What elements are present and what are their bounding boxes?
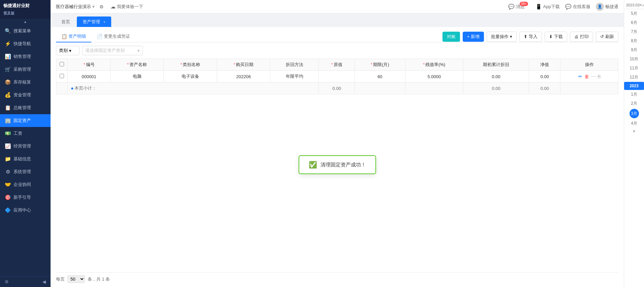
sidebar-item-工资[interactable]: 💵工资	[0, 127, 51, 140]
row-checkbox-0[interactable]	[60, 74, 64, 78]
sidebar-item-总账管理[interactable]: 📋总账管理	[0, 101, 51, 114]
sidebar-label-10: 基础信息	[13, 156, 31, 162]
tab-home[interactable]: 首页	[56, 17, 75, 27]
topbar-settings-icon[interactable]: ⚙	[99, 4, 104, 9]
sidebar-item-搜索菜单[interactable]: 🔍搜索菜单	[0, 25, 51, 37]
download-button[interactable]: ⬇ 下载	[545, 32, 567, 42]
month-circle-active[interactable]: 3月	[630, 109, 639, 118]
edit-icon-0[interactable]: ✏	[578, 74, 582, 79]
col-id: *编号	[68, 59, 111, 71]
cell-depreciation-0: 年限平均	[270, 71, 319, 83]
month-item-5月[interactable]: 5月	[624, 9, 644, 18]
copy-icon-0[interactable]: ⎘	[598, 74, 601, 79]
year-badge[interactable]: 2023	[624, 82, 644, 90]
app-title: 畅捷通好业财	[3, 3, 30, 9]
sidebar-item-资金管理[interactable]: 💰资金管理	[0, 89, 51, 101]
right-panel-close[interactable]: ×	[640, 3, 642, 7]
sidebar-item-基础信息[interactable]: 📁基础信息	[0, 153, 51, 165]
month-item-12月[interactable]: 12月	[624, 73, 644, 82]
sidebar-item-新手引导[interactable]: 🎯新手引导	[0, 191, 51, 204]
cell-net-0: 0.00	[529, 71, 560, 83]
message-btn[interactable]: 💬 消息 99+	[508, 4, 525, 10]
row-checkbox-cell[interactable]	[56, 71, 68, 83]
sidebar-item-销售管理[interactable]: 📊销售管理	[0, 50, 51, 63]
sub-tab-asset-detail[interactable]: 📋 资产明细	[56, 31, 91, 42]
cell-actions-0: ✏ 🗑 ⋯ ⎘	[560, 71, 618, 83]
print-button[interactable]: 🖨 打印	[570, 32, 593, 42]
month-item-2月[interactable]: 2月	[624, 99, 644, 108]
month-item-10月[interactable]: 10月	[624, 55, 644, 64]
customer-service-btn[interactable]: 💬 在线客服	[565, 4, 590, 10]
export-button[interactable]: ⬆ 导入	[519, 32, 542, 42]
sidebar-item-系统管理[interactable]: ⚙系统管理	[0, 165, 51, 178]
user-avatar: 👤	[596, 3, 604, 11]
topbar-right: 💬 消息 99+ 📱 App下载 💬 在线客服 👤 畅捷通	[508, 3, 618, 11]
tab-close-icon[interactable]: ×	[103, 20, 105, 24]
sidebar-item-固定资产[interactable]: 🏢固定资产	[0, 114, 51, 127]
sidebar-nav: 🔍搜索菜单⚡快捷导航📊销售管理🛒采购管理📦库存核算💰资金管理📋总账管理🏢固定资产…	[0, 25, 51, 276]
month-item-9月[interactable]: 9月	[624, 45, 644, 55]
month-item-7月[interactable]: 7月	[624, 27, 644, 36]
month-item-6月[interactable]: 6月	[624, 18, 644, 27]
customer-service-label: 在线客服	[573, 4, 590, 10]
panel-scroll-down[interactable]: ▼	[624, 128, 644, 135]
new-button[interactable]: + 新增	[463, 32, 484, 42]
sidebar-item-快捷导航[interactable]: ⚡快捷导航	[0, 37, 51, 50]
reconcile-button[interactable]: 对账	[442, 32, 460, 42]
batch-ops-button[interactable]: 批量操作 ▾	[487, 32, 517, 42]
sidebar-item-应用中心[interactable]: 🔷应用中心	[0, 204, 51, 217]
sidebar-collapse-icon[interactable]: ◀	[42, 279, 46, 284]
sidebar-label-8: 工资	[13, 130, 22, 136]
sub-tab-change-voucher[interactable]: 📄 变更生成凭证	[91, 31, 135, 42]
sidebar-item-库存核算[interactable]: 📦库存核算	[0, 76, 51, 89]
company-selector[interactable]: 医疗器械行业演示 ▾	[56, 4, 95, 10]
delete-icon-0[interactable]: 🗑	[584, 74, 589, 79]
sidebar-scroll-up[interactable]: ▲	[0, 19, 51, 25]
tab-asset-management[interactable]: 资产管理 ×	[77, 17, 111, 27]
sidebar-item-经营管理[interactable]: 📈经营管理	[0, 140, 51, 153]
month-item-1月[interactable]: 1月	[624, 90, 644, 99]
app-subtitle: 普及版	[3, 11, 14, 16]
month-item-4月[interactable]: 4月	[624, 119, 644, 128]
subtotal-original: 0.00	[319, 83, 355, 94]
month-item-active[interactable]: 3月	[624, 109, 644, 118]
toast-check-icon: ✅	[309, 161, 317, 169]
col-category: *类别名称	[164, 59, 217, 71]
table-body: 000001 电脑 电子设备 202206 年限平均 60 5.0000 0.0…	[56, 71, 618, 94]
category-value-dropdown-icon: ▾	[137, 48, 140, 53]
user-menu[interactable]: 👤 畅捷通	[596, 3, 618, 11]
sidebar-bottom: ⚙ ◀	[0, 276, 51, 287]
subtotal-row: ■ 本页小计： 0.00 0.00 0.00	[56, 83, 618, 94]
app-download-label: App下载	[543, 4, 560, 10]
experience-link[interactable]: ☁ 我要体验一下	[111, 4, 143, 10]
category-placeholder: 请选择固定资产类别	[85, 47, 125, 54]
sidebar-item-企业协同[interactable]: 🤝企业协同	[0, 178, 51, 191]
category-select[interactable]: 类别 ▾	[56, 46, 80, 55]
toolbar: 对账 + 新增 批量操作 ▾ ⬆ 导入 ⬇ 下载 🖨	[442, 32, 618, 42]
more-icon-0[interactable]: ⋯	[591, 74, 596, 79]
username-label: 畅捷通	[605, 4, 618, 10]
sidebar-icon-4: 📦	[5, 79, 11, 85]
cell-name-0: 电脑	[111, 71, 164, 83]
month-item-8月[interactable]: 8月	[624, 36, 644, 45]
company-dropdown-icon[interactable]: ▾	[92, 4, 95, 9]
subtotal-net: 0.00	[529, 83, 560, 94]
sidebar-item-采购管理[interactable]: 🛒采购管理	[0, 63, 51, 76]
refresh-button[interactable]: ↺ 刷新	[596, 32, 618, 42]
col-original-value: *原值	[319, 59, 355, 71]
topbar: 医疗器械行业演示 ▾ ⚙ ☁ 我要体验一下 💬 消息 99+ 📱 App下载 💬…	[51, 0, 624, 13]
sidebar-settings-icon[interactable]: ⚙	[5, 279, 9, 284]
cell-residual-0: 5.0000	[405, 71, 463, 83]
cell-period-0: 60	[355, 71, 405, 83]
success-toast: ✅ 清理固定资产成功！	[299, 155, 376, 174]
right-panel-expand[interactable]: ⤢	[642, 3, 644, 7]
app-download-btn[interactable]: 📱 App下载	[535, 4, 560, 10]
app-logo: 畅捷通好业财 普及版	[0, 0, 51, 19]
total-label: 条，共 1 条	[88, 276, 110, 282]
checkbox-all[interactable]	[60, 62, 64, 66]
category-value-select[interactable]: 请选择固定资产类别 ▾	[82, 46, 143, 55]
select-all-checkbox[interactable]	[56, 59, 68, 71]
month-item-11月[interactable]: 11月	[624, 64, 644, 73]
col-net-value: 净值	[529, 59, 560, 71]
per-page-select[interactable]: 50 10 20 100	[67, 275, 85, 283]
